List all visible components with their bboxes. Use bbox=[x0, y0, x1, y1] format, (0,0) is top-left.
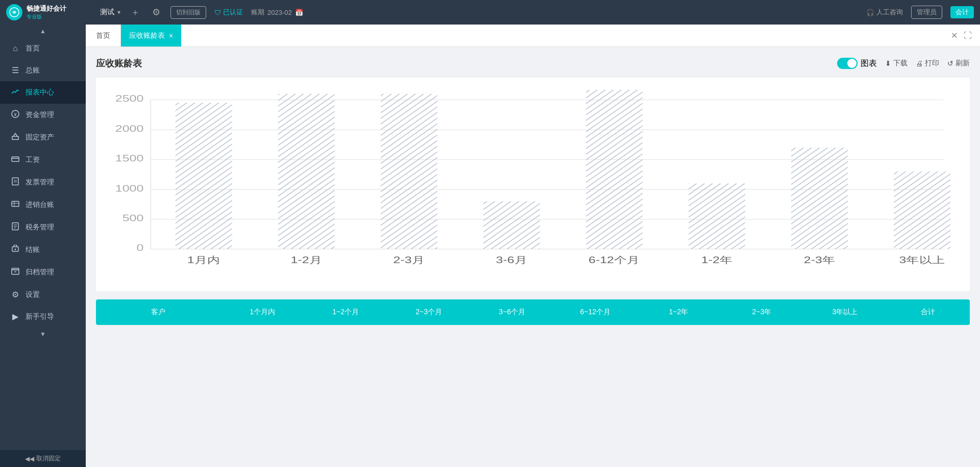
chart-svg: 0 500 1000 1500 2000 2500 bbox=[108, 90, 958, 279]
bar-3年以上 bbox=[894, 172, 950, 249]
invoices-icon bbox=[10, 177, 20, 188]
tab-close-window-button[interactable]: ✕ bbox=[951, 31, 958, 40]
sidebar-item-wages[interactable]: 工资 bbox=[0, 149, 86, 171]
headset-icon: 🎧 bbox=[866, 9, 874, 16]
assets-icon bbox=[10, 132, 20, 143]
calendar-icon[interactable]: 📅 bbox=[295, 9, 303, 16]
tab-active-label: 应收账龄表 bbox=[129, 31, 165, 40]
download-icon: ⬇ bbox=[885, 59, 891, 67]
sidebar-item-tax[interactable]: 税务管理 bbox=[0, 216, 86, 239]
svg-rect-6 bbox=[12, 178, 18, 185]
sidebar-item-reports[interactable]: 报表中心 bbox=[0, 81, 86, 104]
svg-rect-4 bbox=[12, 157, 19, 161]
switch-old-button[interactable]: 切到旧版 bbox=[170, 6, 206, 19]
sidebar-item-home[interactable]: ⌂ 首页 bbox=[0, 38, 86, 59]
wages-icon bbox=[10, 155, 20, 165]
sidebar-item-label: 发票管理 bbox=[26, 178, 54, 187]
bar-6-12月 bbox=[586, 90, 643, 249]
logo-main-text: 畅捷通好会计 bbox=[27, 4, 66, 13]
settings-header-button[interactable]: ⚙ bbox=[150, 5, 162, 20]
logo-icon bbox=[6, 4, 22, 20]
home-icon: ⌂ bbox=[10, 44, 20, 53]
sidebar-item-guide[interactable]: ▶ 新手引导 bbox=[0, 306, 86, 328]
header-center: 测试 ▾ ＋ ⚙ 切到旧版 🛡 已认证 账期 2023-02 📅 bbox=[92, 4, 866, 20]
bar-1-2月 bbox=[278, 94, 335, 249]
support-button[interactable]: 🎧 人工咨询 bbox=[866, 8, 903, 17]
sidebar-item-label: 总账 bbox=[26, 66, 40, 75]
period-label: 账期 bbox=[251, 8, 264, 17]
top-header: 畅捷通好会计 专业版 测试 ▾ ＋ ⚙ 切到旧版 🛡 已认证 账期 2023-0… bbox=[0, 0, 980, 25]
shield-icon: 🛡 bbox=[214, 9, 221, 16]
tab-fullscreen-button[interactable]: ⛶ bbox=[964, 31, 972, 40]
col-3year-plus: 3年以上 bbox=[803, 299, 887, 325]
svg-point-17 bbox=[15, 249, 16, 250]
header-right: 🎧 人工咨询 管理员 会计 bbox=[866, 6, 974, 19]
table-header: 客户 1个月内 1~2个月 2~3个月 3~6个月 6~12个月 1~2年 2~… bbox=[96, 299, 970, 325]
tab-home[interactable]: 首页 bbox=[86, 25, 121, 46]
tax-icon bbox=[10, 222, 20, 232]
chart-toggle[interactable]: 图表 bbox=[837, 58, 877, 69]
toggle-background[interactable] bbox=[837, 58, 857, 69]
verified-label: 已认证 bbox=[223, 8, 243, 17]
svg-text:1月内: 1月内 bbox=[187, 255, 220, 265]
add-button[interactable]: ＋ bbox=[129, 4, 142, 20]
page-content: 应收账龄表 图表 ⬇ 下载 🖨 打印 bbox=[86, 47, 980, 467]
print-button[interactable]: 🖨 打印 bbox=[916, 59, 939, 68]
sidebar-item-sales[interactable]: 进销台账 bbox=[0, 194, 86, 216]
sidebar-item-label: 报表中心 bbox=[26, 88, 54, 97]
sidebar-item-invoices[interactable]: 发票管理 bbox=[0, 171, 86, 194]
svg-rect-19 bbox=[12, 268, 19, 270]
logo-text: 畅捷通好会计 专业版 bbox=[27, 4, 66, 20]
svg-text:6-12个月: 6-12个月 bbox=[589, 255, 640, 265]
sidebar-item-label: 设置 bbox=[26, 290, 40, 299]
sidebar-item-settings[interactable]: ⚙ 设置 bbox=[0, 284, 86, 306]
bar-1月内 bbox=[176, 103, 232, 249]
company-selector[interactable]: 测试 ▾ bbox=[100, 8, 120, 17]
col-1-2month: 1~2个月 bbox=[304, 299, 387, 325]
sidebar-item-funds[interactable]: ¥ 资金管理 bbox=[0, 104, 86, 126]
refresh-button[interactable]: ↺ 刷新 bbox=[947, 59, 970, 68]
refresh-label: 刷新 bbox=[955, 59, 970, 68]
svg-text:2-3年: 2-3年 bbox=[804, 255, 836, 265]
sidebar-item-archive[interactable]: 归档管理 bbox=[0, 261, 86, 284]
sidebar-item-label: 结账 bbox=[26, 245, 40, 254]
bar-3-6月 bbox=[483, 201, 540, 249]
svg-rect-9 bbox=[12, 201, 19, 206]
accountant-button[interactable]: 会计 bbox=[950, 6, 974, 18]
sidebar-item-label: 进销台账 bbox=[26, 200, 54, 209]
tab-bar: 首页 应收账龄表 × ✕ ⛶ bbox=[86, 25, 980, 47]
reports-icon bbox=[10, 87, 20, 98]
tab-reports[interactable]: 应收账龄表 × bbox=[121, 25, 181, 46]
refresh-icon: ↺ bbox=[947, 59, 953, 67]
col-2-3year: 2~3年 bbox=[720, 299, 803, 325]
archive-icon bbox=[10, 267, 20, 277]
chart-container: 0 500 1000 1500 2000 2500 bbox=[96, 78, 970, 291]
period-info: 账期 2023-02 📅 bbox=[251, 8, 303, 17]
scroll-down-button[interactable]: ▼ bbox=[0, 328, 86, 341]
cancel-fixed-button[interactable]: ◀◀ 取消固定 bbox=[0, 450, 86, 467]
sidebar-item-label: 工资 bbox=[26, 155, 40, 165]
admin-button[interactable]: 管理员 bbox=[911, 6, 942, 19]
sidebar-item-assets[interactable]: 固定资产 bbox=[0, 126, 86, 149]
sidebar-item-ledger[interactable]: ☰ 总账 bbox=[0, 59, 86, 81]
svg-text:2-3月: 2-3月 bbox=[394, 255, 425, 265]
col-6-12month: 6~12个月 bbox=[554, 299, 637, 325]
settings-icon: ⚙ bbox=[10, 290, 20, 299]
sidebar-item-close[interactable]: 结账 bbox=[0, 239, 86, 261]
support-label: 人工咨询 bbox=[876, 8, 903, 17]
svg-text:2500: 2500 bbox=[115, 94, 143, 104]
verified-badge: 🛡 已认证 bbox=[214, 8, 243, 17]
col-1month: 1个月内 bbox=[221, 299, 304, 325]
period-value: 2023-02 bbox=[267, 9, 292, 16]
sidebar: ▲ ⌂ 首页 ☰ 总账 报表中心 ¥ 资金管理 bbox=[0, 25, 86, 467]
bar-2-3年 bbox=[791, 148, 848, 249]
tab-close-button[interactable]: × bbox=[169, 32, 173, 39]
scroll-up-button[interactable]: ▲ bbox=[0, 25, 86, 38]
download-label: 下载 bbox=[893, 59, 908, 68]
download-button[interactable]: ⬇ 下载 bbox=[885, 59, 908, 68]
bar-chart: 0 500 1000 1500 2000 2500 bbox=[108, 90, 958, 279]
page-header: 应收账龄表 图表 ⬇ 下载 🖨 打印 bbox=[96, 57, 970, 69]
tab-bar-actions: ✕ ⛶ bbox=[951, 25, 980, 46]
print-icon: 🖨 bbox=[916, 59, 923, 67]
svg-text:3-6月: 3-6月 bbox=[496, 255, 528, 265]
